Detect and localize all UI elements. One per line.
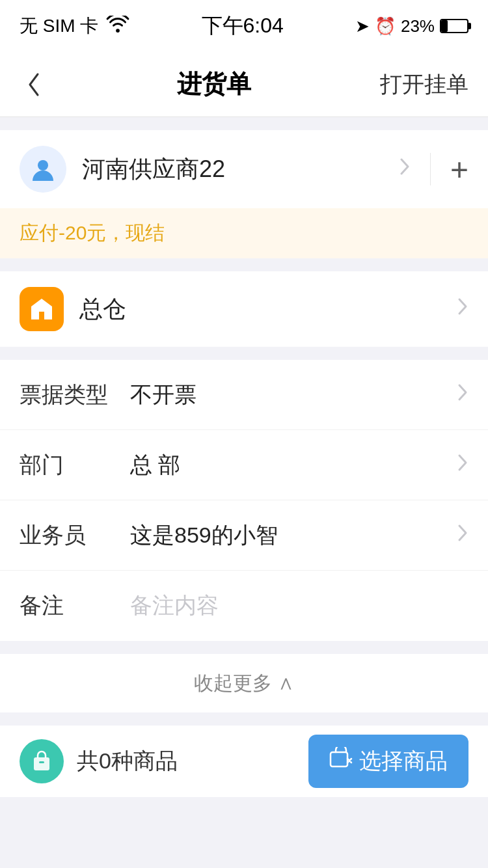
select-goods-button[interactable]: 选择商品 [308, 735, 468, 788]
supplier-name: 河南供应商22 [82, 154, 399, 185]
alarm-icon: ⏰ [375, 16, 396, 36]
svg-rect-1 [34, 757, 49, 770]
battery-label: 23% [401, 16, 435, 36]
divider-vertical [430, 153, 431, 185]
form-row-department[interactable]: 部门 总 部 [0, 430, 488, 500]
warehouse-name: 总仓 [79, 293, 457, 325]
wifi-icon [106, 16, 129, 37]
battery-icon [440, 19, 468, 33]
status-right: ➤ ⏰ 23% [355, 16, 468, 36]
form-label-dept: 部门 [20, 450, 124, 480]
form-value-invoice: 不开票 [124, 380, 450, 410]
add-supplier-button[interactable]: + [450, 152, 468, 187]
bottom-bar: 共0种商品 选择商品 [0, 726, 488, 797]
svg-rect-2 [39, 761, 44, 763]
form-value-remark[interactable]: 备注内容 [124, 591, 468, 621]
form-row-remark[interactable]: 备注 备注内容 [0, 571, 488, 641]
form-label-invoice: 票据类型 [20, 380, 124, 410]
form-label-sales: 业务员 [20, 521, 124, 550]
collapse-row[interactable]: 收起更多 ∧ [0, 654, 488, 712]
form-chevron-invoice-icon [457, 383, 468, 407]
goods-bag-icon [20, 739, 64, 783]
form-label-remark: 备注 [20, 591, 124, 621]
goods-count-label: 共0种商品 [77, 746, 308, 776]
form-row-invoice-type[interactable]: 票据类型 不开票 [0, 360, 488, 430]
collapse-label: 收起更多 ∧ [194, 670, 293, 697]
warehouse-icon [20, 287, 64, 331]
warehouse-row[interactable]: 总仓 [0, 271, 488, 347]
page-title: 进货单 [177, 68, 251, 101]
warehouse-chevron-icon [457, 297, 468, 321]
status-bar: 无 SIM 卡 下午6:04 ➤ ⏰ 23% [0, 0, 488, 52]
open-pending-button[interactable]: 打开挂单 [380, 70, 468, 100]
svg-point-0 [38, 160, 48, 170]
form-section: 票据类型 不开票 部门 总 部 业务员 这是859的小智 备注 备注内容 [0, 360, 488, 641]
supplier-row[interactable]: 河南供应商22 + [0, 130, 488, 208]
form-row-salesperson[interactable]: 业务员 这是859的小智 [0, 500, 488, 571]
select-goods-label: 选择商品 [359, 746, 448, 776]
status-time: 下午6:04 [202, 12, 284, 40]
form-chevron-sales-icon [457, 523, 468, 548]
notice-bar: 应付-20元，现结 [0, 208, 488, 258]
form-value-dept: 总 部 [124, 450, 450, 480]
back-button[interactable] [20, 65, 48, 104]
form-value-sales: 这是859的小智 [124, 521, 450, 550]
nav-bar: 进货单 打开挂单 [0, 52, 488, 117]
svg-rect-3 [331, 752, 347, 766]
location-icon: ➤ [355, 16, 370, 36]
supplier-avatar [20, 146, 66, 193]
section-gap-1 [0, 117, 488, 130]
form-chevron-dept-icon [457, 453, 468, 478]
select-goods-icon [329, 747, 353, 776]
supplier-chevron-icon [399, 157, 411, 182]
carrier-label: 无 SIM 卡 [20, 14, 98, 38]
status-left: 无 SIM 卡 [20, 14, 129, 38]
supplier-section: 河南供应商22 + 应付-20元，现结 [0, 130, 488, 258]
